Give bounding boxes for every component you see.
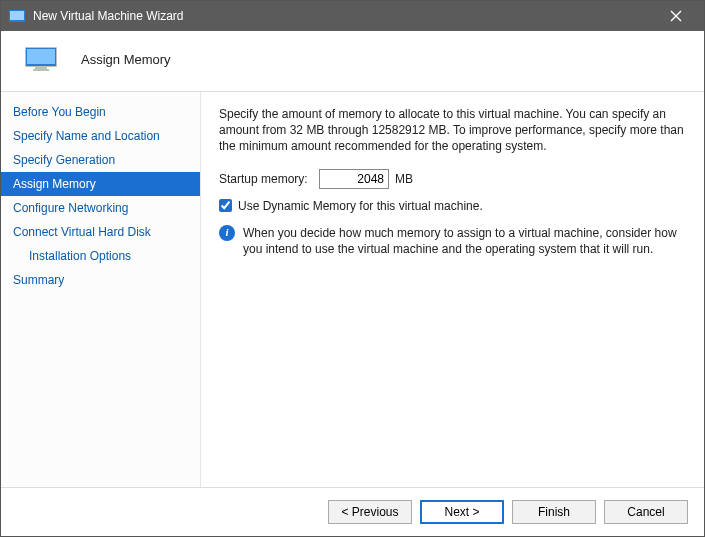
startup-memory-row: Startup memory: MB: [219, 169, 686, 189]
step-assign-memory[interactable]: Assign Memory: [1, 172, 200, 196]
steps-sidebar: Before You Begin Specify Name and Locati…: [1, 92, 201, 487]
wizard-body: Before You Begin Specify Name and Locati…: [1, 92, 704, 487]
step-specify-name[interactable]: Specify Name and Location: [1, 124, 200, 148]
titlebar: New Virtual Machine Wizard: [1, 1, 704, 31]
step-before-you-begin[interactable]: Before You Begin: [1, 100, 200, 124]
wizard-footer: < Previous Next > Finish Cancel: [1, 487, 704, 536]
window-title: New Virtual Machine Wizard: [33, 9, 184, 23]
dynamic-memory-checkbox[interactable]: [219, 199, 232, 212]
svg-rect-7: [35, 67, 47, 69]
description-text: Specify the amount of memory to allocate…: [219, 106, 686, 155]
finish-button[interactable]: Finish: [512, 500, 596, 524]
info-row: i When you decide how much memory to ass…: [219, 225, 686, 257]
svg-rect-1: [10, 11, 24, 20]
wizard-content: Specify the amount of memory to allocate…: [201, 92, 704, 487]
svg-rect-8: [33, 69, 49, 71]
close-button[interactable]: [656, 1, 696, 31]
wizard-window: New Virtual Machine Wizard Assign Memory…: [0, 0, 705, 537]
step-summary[interactable]: Summary: [1, 268, 200, 292]
wizard-icon: [9, 8, 25, 24]
step-configure-networking[interactable]: Configure Networking: [1, 196, 200, 220]
svg-rect-6: [27, 49, 55, 64]
startup-memory-input[interactable]: [319, 169, 389, 189]
wizard-header: Assign Memory: [1, 31, 704, 92]
info-icon: i: [219, 225, 235, 241]
step-specify-generation[interactable]: Specify Generation: [1, 148, 200, 172]
next-button[interactable]: Next >: [420, 500, 504, 524]
step-installation-options[interactable]: Installation Options: [1, 244, 200, 268]
dynamic-memory-label: Use Dynamic Memory for this virtual mach…: [238, 199, 483, 213]
cancel-button[interactable]: Cancel: [604, 500, 688, 524]
startup-memory-unit: MB: [395, 172, 413, 186]
close-icon: [670, 10, 682, 22]
page-title: Assign Memory: [81, 52, 171, 67]
previous-button[interactable]: < Previous: [328, 500, 412, 524]
monitor-icon: [25, 47, 57, 71]
dynamic-memory-row: Use Dynamic Memory for this virtual mach…: [219, 199, 686, 213]
startup-memory-label: Startup memory:: [219, 172, 319, 186]
info-text: When you decide how much memory to assig…: [243, 225, 686, 257]
step-connect-vhd[interactable]: Connect Virtual Hard Disk: [1, 220, 200, 244]
